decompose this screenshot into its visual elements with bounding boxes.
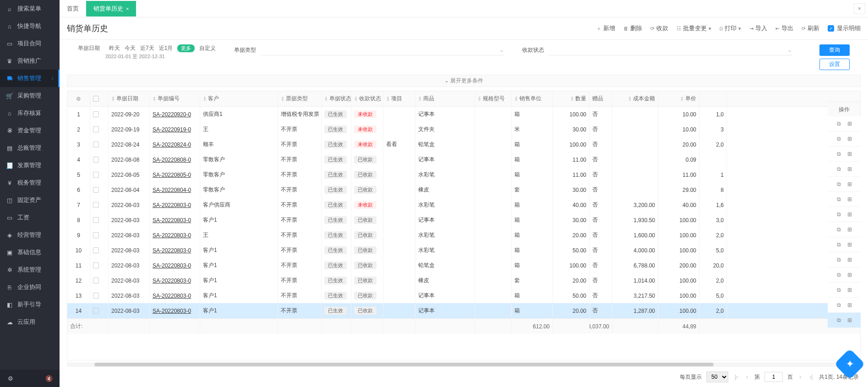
table-row[interactable]: 122022-08-03SA-20220803-0客户1不开票已生效已收款橡皮套… [67, 273, 860, 288]
checkbox-all[interactable] [93, 96, 99, 102]
view-icon[interactable]: ⧉ [835, 211, 842, 218]
table-row[interactable]: 62022-08-04SA-20220804-0零散客户不开票已生效已收款橡皮套… [67, 182, 860, 197]
quick-7d[interactable]: 近7天 [140, 44, 154, 52]
last-page-icon[interactable]: ›| [808, 374, 814, 380]
order-link[interactable]: SA-20220803-0 [153, 308, 191, 314]
collect-button[interactable]: ⟳收款 [650, 24, 668, 33]
more-icon[interactable]: ⊞ [846, 287, 853, 293]
sidebar-item-10[interactable]: ¥税务管理 [0, 174, 60, 191]
filter-settings-button[interactable]: 设置 [819, 59, 850, 70]
batch-button[interactable]: ☷批量变更▾ [677, 24, 711, 33]
add-button[interactable]: ＋新增 [596, 24, 615, 33]
row-checkbox[interactable] [93, 157, 99, 163]
table-row[interactable]: 22022-09-19SA-20220919-0王不开票已生效未收款文件夹米30… [67, 122, 860, 137]
table-row[interactable]: 112022-08-03SA-20220803-0客户1不开票已生效已收款铅笔盒… [67, 258, 860, 273]
sidebar-item-2[interactable]: ▭项目合同 [0, 35, 60, 52]
close-icon[interactable]: × [126, 6, 129, 11]
sound-icon[interactable]: 🔇 [46, 375, 52, 382]
table-row[interactable]: 72022-08-03SA-20220803-0客户供应商不开票已生效未收款水彩… [67, 197, 860, 213]
order-link[interactable]: SA-20220803-0 [153, 202, 191, 208]
col-stat[interactable]: 单据状态 [322, 91, 351, 106]
col-unit[interactable]: 销售单位 [512, 91, 553, 106]
sidebar-item-11[interactable]: ◫固定资产 [0, 191, 60, 209]
order-link[interactable]: SA-20220803-0 [153, 232, 191, 239]
table-row[interactable]: 82022-08-03SA-20220803-0客户1不开票已生效已收款记事本箱… [67, 213, 860, 228]
sidebar-item-7[interactable]: ֍资金管理 [0, 122, 60, 139]
type-select[interactable]: ⌄ [261, 44, 504, 55]
tab-home[interactable]: 首页 [60, 1, 86, 16]
search-button[interactable]: 查询 [819, 44, 850, 56]
scroll-thumb[interactable] [94, 363, 714, 366]
more-icon[interactable]: ⊞ [846, 181, 853, 187]
more-icon[interactable]: ⊞ [846, 226, 853, 233]
row-checkbox[interactable] [93, 111, 99, 117]
first-page-icon[interactable]: |‹ [733, 374, 740, 380]
view-icon[interactable]: ⧉ [835, 241, 842, 248]
view-icon[interactable]: ⧉ [835, 226, 842, 233]
prev-page-icon[interactable]: ‹ [744, 374, 750, 380]
more-icon[interactable]: ⊞ [846, 256, 853, 263]
col-no[interactable]: 单据编号 [150, 91, 200, 106]
view-icon[interactable]: ⧉ [835, 196, 842, 202]
sidebar-item-5[interactable]: 🛒采购管理 [0, 87, 60, 104]
row-checkbox[interactable] [93, 308, 99, 314]
import-button[interactable]: ⇥导入 [749, 24, 767, 33]
row-checkbox[interactable] [93, 142, 99, 147]
row-checkbox[interactable] [93, 202, 99, 208]
col-cost[interactable]: 成本金额 [612, 91, 658, 106]
view-icon[interactable]: ⧉ [835, 136, 842, 142]
order-link[interactable]: SA-20220824-0 [153, 142, 191, 148]
horizontal-scrollbar[interactable] [67, 362, 861, 367]
row-checkbox[interactable] [93, 262, 99, 268]
more-icon[interactable]: ⊞ [846, 136, 853, 142]
quick-more[interactable]: 更多 [177, 44, 195, 52]
order-link[interactable]: SA-20220803-0 [153, 293, 191, 299]
order-link[interactable]: SA-20220805-0 [153, 172, 191, 178]
gear-icon[interactable]: ⚙ [67, 91, 90, 106]
col-proj[interactable]: 项目 [383, 91, 415, 106]
tab-sales-history[interactable]: 销货单历史 × [86, 1, 136, 16]
sidebar-item-3[interactable]: ♛营销推广 [0, 52, 60, 70]
table-row[interactable]: 12022-09-20SA-20220920-0供应商1增值税专用发票已生效未收… [67, 107, 860, 122]
more-icon[interactable]: ⊞ [846, 272, 853, 278]
view-icon[interactable]: ⧉ [835, 302, 842, 308]
row-checkbox[interactable] [93, 126, 99, 132]
more-icon[interactable]: ⊞ [846, 302, 853, 308]
row-checkbox[interactable] [93, 217, 99, 223]
view-icon[interactable]: ⧉ [835, 151, 842, 157]
row-checkbox[interactable] [93, 247, 99, 253]
sidebar-item-16[interactable]: ⎘企业协同 [0, 278, 60, 296]
quick-custom[interactable]: 自定义 [199, 44, 216, 52]
quick-today[interactable]: 今天 [125, 44, 136, 52]
more-icon[interactable]: ⊞ [846, 151, 853, 157]
more-icon[interactable]: ⊞ [846, 120, 853, 127]
sidebar-item-15[interactable]: ✲系统管理 [0, 261, 60, 278]
sidebar-item-6[interactable]: ⌂库存核算 [0, 104, 60, 122]
col-col[interactable]: 收款状态 [351, 91, 383, 106]
table-row[interactable]: 132022-08-03SA-20220803-0客户1不开票已生效已收款记事本… [67, 288, 860, 303]
print-button[interactable]: ⎙打印▾ [720, 24, 741, 33]
order-link[interactable]: SA-20220919-0 [153, 126, 191, 133]
sidebar-item-8[interactable]: ▤总账管理 [0, 139, 60, 157]
order-link[interactable]: SA-20220803-0 [153, 278, 191, 284]
settings-icon[interactable]: ⚙ [7, 375, 14, 382]
more-icon[interactable]: ⊞ [846, 211, 853, 218]
next-page-icon[interactable]: › [797, 374, 803, 380]
table-row[interactable]: 142022-08-03SA-20220803-0客户1不开票已生效已收款记事本… [67, 303, 860, 318]
col-price[interactable]: 单价 [658, 91, 699, 106]
sidebar-item-13[interactable]: ◈经营管理 [0, 226, 60, 244]
more-icon[interactable]: ⊞ [846, 166, 853, 172]
order-link[interactable]: SA-20220808-0 [153, 157, 191, 163]
sidebar-item-1[interactable]: ⌂快捷导航 [0, 17, 60, 35]
quick-yesterday[interactable]: 昨天 [109, 44, 120, 52]
order-link[interactable]: SA-20220803-0 [153, 247, 191, 254]
delete-button[interactable]: 🗑删除 [623, 24, 642, 33]
quick-1m[interactable]: 近1月 [159, 44, 173, 52]
order-link[interactable]: SA-20220804-0 [153, 187, 191, 193]
row-checkbox[interactable] [93, 232, 99, 238]
row-checkbox[interactable] [93, 172, 99, 178]
view-icon[interactable]: ⧉ [835, 272, 842, 278]
view-icon[interactable]: ⧉ [835, 317, 842, 323]
sidebar-item-4[interactable]: ⛟销售管理› [0, 70, 60, 87]
col-gift[interactable]: 赠品 [590, 91, 612, 106]
